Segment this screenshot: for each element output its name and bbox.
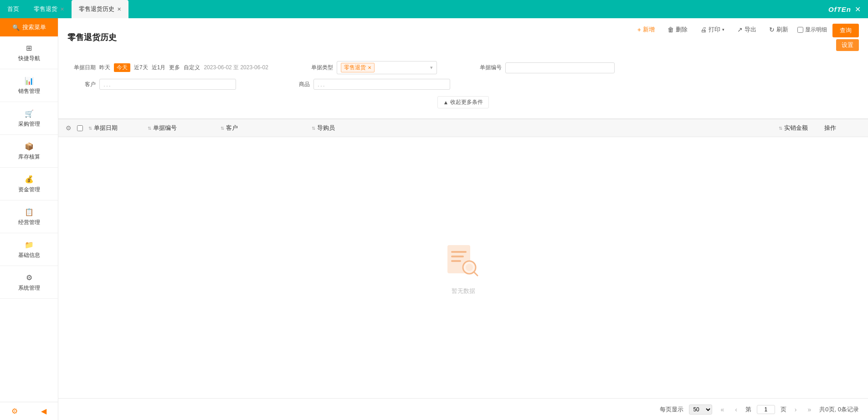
toolbar-right: 查询 设置 xyxy=(832,24,859,51)
goods-select[interactable]: ... xyxy=(313,79,450,90)
export-label: 导出 xyxy=(745,26,756,34)
print-button[interactable]: 🖨 打印 ▾ xyxy=(697,24,728,36)
date-range-display: 2023-06-02 至 2023-06-02 xyxy=(204,64,268,72)
next-page-button[interactable]: › xyxy=(792,405,800,414)
svg-rect-2 xyxy=(451,256,464,257)
col-action-label: 操作 xyxy=(824,124,836,132)
goods-placeholder: ... xyxy=(318,81,326,88)
sidebar-icon-quick-nav: ⊞ xyxy=(24,43,34,53)
col-code-label: 单据编号 xyxy=(153,124,177,132)
add-button[interactable]: + 新增 xyxy=(634,24,658,36)
date-options: 昨天 今天 近7天 近1月 更多 自定义 xyxy=(99,63,200,72)
table-settings-icon[interactable]: ⚙ xyxy=(66,124,72,132)
doc-type-tag-label: 零售退货 xyxy=(344,64,366,72)
empty-icon xyxy=(441,241,486,282)
sidebar-label-inventory: 库存核算 xyxy=(18,153,40,161)
sidebar-bottom: ⚙ ◀ xyxy=(0,402,58,420)
customer-select[interactable]: ... xyxy=(99,79,236,90)
query-button[interactable]: 查询 xyxy=(832,24,859,37)
svg-point-5 xyxy=(466,264,473,271)
pagination-summary: 共0页, 0条记录 xyxy=(819,405,859,414)
doc-type-tag-close[interactable]: ✕ xyxy=(368,65,371,70)
sidebar-item-system-mgmt[interactable]: ⚙ 系统管理 xyxy=(0,266,58,299)
sidebar-label-sales-mgmt: 销售管理 xyxy=(18,87,40,95)
tab-retail-return[interactable]: 零售退货✕ xyxy=(26,0,72,18)
collapse-up-icon: ▲ xyxy=(443,99,449,106)
sidebar-label-quick-nav: 快捷导航 xyxy=(18,55,40,62)
tab-bar: 首页零售退货✕零售退货历史✕ xyxy=(0,0,828,18)
page-size-select[interactable]: 2050100200 xyxy=(689,405,712,415)
sidebar-item-purchase-mgmt[interactable]: 🛒 采购管理 xyxy=(0,102,58,135)
tab-close-retail-return-history[interactable]: ✕ xyxy=(117,6,121,12)
collapse-row: ▲ 收起更多条件 xyxy=(67,94,859,114)
settings-button[interactable]: 设置 xyxy=(836,39,859,51)
col-code-sort-icon[interactable]: ⇅ xyxy=(148,126,151,131)
delete-icon: 🗑 xyxy=(668,26,674,33)
refresh-icon: ↻ xyxy=(769,26,775,33)
doc-type-tag: 零售退货 ✕ xyxy=(341,63,375,72)
col-customer-sort-icon[interactable]: ⇅ xyxy=(221,126,224,131)
print-label: 打印 xyxy=(709,26,720,34)
toolbar: + 新增 🗑 删除 🖨 打印 ▾ ↗ xyxy=(634,24,827,36)
sidebar-item-basic-info[interactable]: 📁 基础信息 xyxy=(0,233,58,266)
empty-text: 暂无数据 xyxy=(452,287,475,295)
first-page-button[interactable]: « xyxy=(718,405,727,414)
date-option-custom[interactable]: 自定义 xyxy=(184,64,200,72)
col-header-date: ⇅ 单据日期 xyxy=(88,124,148,132)
col-amount-sort-icon[interactable]: ⇅ xyxy=(779,126,782,131)
tab-label-retail-return: 零售退货 xyxy=(34,5,57,13)
col-header-customer: ⇅ 客户 xyxy=(221,124,312,132)
col-header-action: 操作 xyxy=(824,124,861,132)
tab-retail-return-history[interactable]: 零售退货历史✕ xyxy=(72,0,128,18)
sidebar-search-button[interactable]: 🔍 搜索菜单 xyxy=(0,18,58,36)
page-title: 零售退货历史 xyxy=(67,32,117,43)
tab-close-retail-return[interactable]: ✕ xyxy=(60,6,64,12)
sidebar-icon-finance-mgmt: 💰 xyxy=(24,174,34,184)
date-option-today[interactable]: 今天 xyxy=(114,63,130,72)
page-number-input[interactable] xyxy=(757,405,775,414)
prev-page-button[interactable]: ‹ xyxy=(732,405,740,414)
col-header-code: ⇅ 单据编号 xyxy=(148,124,221,132)
table-wrap: ⚙ ⇅ 单据日期 ⇅ 单据编号 ⇅ 客户 ⇅ 导购员 xyxy=(58,119,868,398)
sidebar-label-finance-mgmt: 资金管理 xyxy=(18,186,40,194)
doc-code-input[interactable] xyxy=(505,62,615,73)
sidebar-item-operations-mgmt[interactable]: 📋 经营管理 xyxy=(0,200,58,233)
sidebar-gear-button[interactable]: ⚙ xyxy=(11,407,18,415)
sidebar-label-system-mgmt: 系统管理 xyxy=(18,284,40,292)
doc-type-arrow-icon: ▾ xyxy=(430,65,433,71)
sidebar-icon-basic-info: 📁 xyxy=(24,240,34,250)
page-header: 零售退货历史 + 新增 🗑 删除 🖨 打印 xyxy=(58,18,868,119)
sidebar-item-sales-mgmt[interactable]: 📊 销售管理 xyxy=(0,69,58,102)
collapse-button[interactable]: ▲ 收起更多条件 xyxy=(437,96,489,108)
sidebar-collapse-button[interactable]: ◀ xyxy=(41,407,46,415)
sidebar-item-inventory[interactable]: 📦 库存核算 xyxy=(0,135,58,168)
svg-rect-3 xyxy=(451,260,461,262)
refresh-button[interactable]: ↻ 刷新 xyxy=(765,24,792,36)
show-detail-checkbox[interactable] xyxy=(797,27,803,33)
col-customer-label: 客户 xyxy=(226,124,238,132)
customer-placeholder: ... xyxy=(103,81,112,88)
sidebar-item-quick-nav[interactable]: ⊞ 快捷导航 xyxy=(0,36,58,69)
top-bar: 首页零售退货✕零售退货历史✕ OfTEn ✕ xyxy=(0,0,868,18)
col-guide-sort-icon[interactable]: ⇅ xyxy=(312,126,315,131)
delete-button[interactable]: 🗑 删除 xyxy=(664,24,691,36)
last-page-button[interactable]: » xyxy=(805,405,814,414)
main-layout: 🔍 搜索菜单 ⊞ 快捷导航 📊 销售管理 🛒 采购管理 📦 库存核算 💰 资金管… xyxy=(0,18,868,420)
date-option-yesterday[interactable]: 昨天 xyxy=(99,64,110,72)
sidebar-label-purchase-mgmt: 采购管理 xyxy=(18,120,40,128)
select-all-checkbox[interactable] xyxy=(77,125,83,131)
export-button[interactable]: ↗ 导出 xyxy=(734,24,760,36)
sidebar-item-finance-mgmt[interactable]: 💰 资金管理 xyxy=(0,168,58,200)
content-area: 零售退货历史 + 新增 🗑 删除 🖨 打印 xyxy=(58,18,868,420)
top-bar-right: OfTEn ✕ xyxy=(828,5,868,14)
close-window-button[interactable]: ✕ xyxy=(855,5,861,14)
col-date-sort-icon[interactable]: ⇅ xyxy=(88,126,92,131)
date-option-7days[interactable]: 近7天 xyxy=(134,64,148,72)
sidebar-items: ⊞ 快捷导航 📊 销售管理 🛒 采购管理 📦 库存核算 💰 资金管理 📋 经营管… xyxy=(0,36,58,402)
col-header-guide: ⇅ 导购员 xyxy=(312,124,403,132)
sidebar-search-label: 搜索菜单 xyxy=(22,23,46,31)
date-option-1month[interactable]: 近1月 xyxy=(152,64,166,72)
date-option-more[interactable]: 更多 xyxy=(169,64,180,72)
doc-type-select[interactable]: 零售退货 ✕ ▾ xyxy=(337,61,437,74)
tab-home[interactable]: 首页 xyxy=(0,0,26,18)
